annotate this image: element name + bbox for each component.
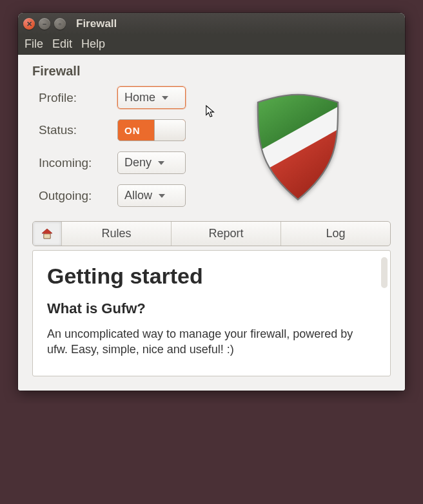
incoming-label: Incoming: [39,156,110,170]
section-title: Firewall [32,64,391,79]
info-panel: Getting started What is Gufw? An uncompl… [32,250,391,376]
incoming-combo[interactable]: Deny [117,151,186,174]
app-window: ✕ – ▫ Firewall File Edit Help Firewall P… [18,13,405,391]
chevron-down-icon [158,161,164,165]
profile-label: Profile: [39,91,110,105]
panel-paragraph: An uncomplicated way to manage your fire… [47,326,376,358]
status-label: Status: [39,123,110,137]
shield-wrap [205,86,391,202]
menu-file[interactable]: File [25,37,43,51]
scrollbar-thumb[interactable] [381,257,388,288]
status-on-text: ON [118,125,141,136]
profile-value: Home [124,91,155,104]
content-area: Firewall Profile: Home Status: ON Incomi… [18,55,405,391]
chevron-down-icon [159,194,165,198]
panel-heading: Getting started [47,264,376,289]
toggle-knob [154,120,185,141]
titlebar: ✕ – ▫ Firewall [18,13,405,35]
tab-report[interactable]: Report [171,222,280,246]
outgoing-value: Allow [124,189,152,202]
menu-edit[interactable]: Edit [52,37,72,51]
tab-home[interactable] [33,222,61,246]
tab-rules[interactable]: Rules [61,222,171,246]
svg-rect-3 [44,234,50,238]
minimize-icon[interactable]: – [39,18,50,30]
panel-subheading: What is Gufw? [47,300,376,317]
maximize-icon[interactable]: ▫ [54,18,66,30]
menubar: File Edit Help [18,35,405,55]
form-area: Profile: Home Status: ON Incoming: Deny … [32,86,391,207]
outgoing-combo[interactable]: Allow [117,184,186,207]
home-icon [41,228,54,240]
close-icon[interactable]: ✕ [23,18,35,30]
tab-bar: Rules Report Log [32,221,391,246]
profile-combo[interactable]: Home [117,86,186,109]
tab-log[interactable]: Log [280,222,390,246]
chevron-down-icon [162,96,168,100]
shield-icon [250,93,346,202]
status-toggle[interactable]: ON [117,119,186,141]
menu-help[interactable]: Help [81,37,105,51]
form-grid: Profile: Home Status: ON Incoming: Deny … [32,86,186,207]
window-title: Firewall [76,17,117,30]
incoming-value: Deny [124,156,152,170]
outgoing-label: Outgoing: [39,189,110,203]
